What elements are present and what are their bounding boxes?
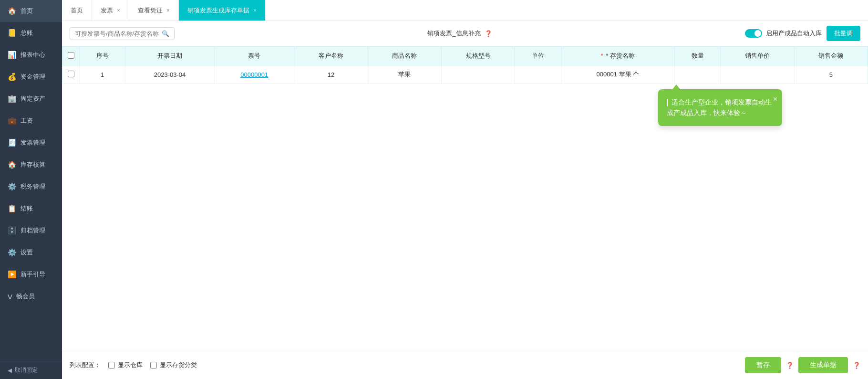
guide-icon: ▶️ — [8, 270, 17, 279]
show-warehouse-label[interactable]: 显示仓库 — [108, 361, 143, 369]
show-category-label[interactable]: 显示存货分类 — [150, 361, 197, 369]
sidebar-item-fixed-assets[interactable]: 🏢 固定资产 — [0, 88, 62, 110]
tab-home[interactable]: 首页 — [62, 0, 92, 21]
data-table: 序号 开票日期 票号 客户名称 商品名称 规格型号 单位 * * 存货名称 数量… — [62, 46, 868, 84]
td-spec — [442, 65, 515, 84]
sidebar-label-invoice-mgmt: 发票管理 — [21, 138, 45, 147]
inventory-icon: 🏠 — [8, 160, 17, 169]
sidebar-label-ledger: 总账 — [21, 29, 33, 37]
td-checkbox — [62, 65, 80, 84]
search-box[interactable]: 🔍 — [70, 27, 175, 40]
tab-stock-close[interactable]: × — [253, 7, 257, 14]
tab-home-label: 首页 — [71, 6, 83, 15]
reports-icon: 📊 — [8, 51, 17, 59]
th-inventory: * * 存货名称 — [561, 47, 674, 65]
row-checkbox[interactable] — [68, 71, 74, 77]
help-icon-generate[interactable]: ❓ — [853, 362, 860, 369]
td-unit-price[interactable] — [721, 65, 794, 84]
tab-voucher[interactable]: 查看凭证 × — [129, 0, 179, 21]
sidebar-label-home: 首页 — [21, 7, 33, 15]
sidebar-item-guide[interactable]: ▶️ 新手引导 — [0, 263, 62, 285]
th-date: 开票日期 — [125, 47, 215, 65]
td-customer: 12 — [294, 65, 368, 84]
generate-button[interactable]: 生成单据 — [798, 357, 848, 373]
td-date: 2023-03-04 — [125, 65, 215, 84]
main-area: 首页 发票 × 查看凭证 × 销项发票生成库存单据 × 🔍 销项发票_信息补充 … — [62, 0, 868, 379]
th-checkbox — [62, 47, 80, 65]
search-input[interactable] — [75, 30, 159, 37]
sidebar-item-salary[interactable]: 💼 工资 — [0, 110, 62, 132]
help-icon-center[interactable]: ❓ — [485, 30, 492, 37]
fixed-assets-icon: 🏢 — [8, 95, 17, 103]
show-warehouse-text: 显示仓库 — [118, 361, 143, 369]
sidebar-label-inventory: 库存核算 — [21, 160, 45, 169]
toggle-area: 启用产成品自动入库 — [745, 29, 822, 38]
sidebar-label-guide: 新手引导 — [21, 270, 45, 279]
toolbar-left: 🔍 — [70, 27, 175, 40]
sidebar-item-reports[interactable]: 📊 报表中心 — [0, 44, 62, 66]
tooltip-popup: × 适合生产型企业，销项发票自动生成产成品入库，快来体验～ — [658, 89, 782, 126]
footer-actions: 暂存 ❓ 生成单据 ❓ — [745, 357, 860, 373]
sidebar-item-member[interactable]: V 畅会员 — [0, 285, 62, 307]
tab-stock[interactable]: 销项发票生成库存单据 × — [179, 0, 266, 21]
sidebar-item-archive[interactable]: 🗄️ 归档管理 — [0, 220, 62, 242]
sidebar-label-fixed-assets: 固定资产 — [21, 95, 45, 103]
td-inventory[interactable]: 000001 苹果 个 — [561, 65, 674, 84]
toggle-label: 启用产成品自动入库 — [766, 29, 822, 38]
th-unit: 单位 — [515, 47, 561, 65]
table-header-row: 序号 开票日期 票号 客户名称 商品名称 规格型号 单位 * * 存货名称 数量… — [62, 47, 868, 65]
tab-invoice[interactable]: 发票 × — [92, 0, 129, 21]
auto-warehousing-toggle[interactable] — [745, 29, 762, 38]
th-spec: 规格型号 — [442, 47, 515, 65]
show-warehouse-checkbox[interactable] — [108, 362, 115, 368]
show-category-checkbox[interactable] — [150, 362, 157, 368]
search-icon: 🔍 — [162, 30, 169, 37]
tab-voucher-close[interactable]: × — [166, 7, 170, 14]
tab-invoice-label: 发票 — [101, 6, 113, 15]
sidebar-item-inventory[interactable]: 🏠 库存核算 — [0, 154, 62, 176]
member-icon: V — [8, 293, 12, 301]
sidebar-item-home[interactable]: 🏠 首页 — [0, 0, 62, 22]
info-label: 销项发票_信息补充 — [427, 29, 480, 38]
sidebar-item-invoice-mgmt[interactable]: 🧾 发票管理 — [0, 132, 62, 154]
td-quantity[interactable] — [675, 65, 721, 84]
sidebar-item-funds[interactable]: 💰 资金管理 — [0, 66, 62, 88]
invoice-mgmt-icon: 🧾 — [8, 138, 17, 147]
sidebar-bottom-unpin[interactable]: ◀ 取消固定 — [0, 361, 62, 379]
th-amount: 销售金额 — [794, 47, 868, 65]
content-area: 序号 开票日期 票号 客户名称 商品名称 规格型号 单位 * * 存货名称 数量… — [62, 46, 868, 351]
th-seq: 序号 — [80, 47, 125, 65]
th-quantity: 数量 — [675, 47, 721, 65]
settings-icon: ⚙️ — [8, 248, 17, 257]
tab-stock-label: 销项发票生成库存单据 — [187, 6, 249, 15]
tab-invoice-close[interactable]: × — [117, 7, 120, 14]
ledger-icon: 📒 — [8, 29, 17, 37]
select-all-checkbox[interactable] — [68, 52, 74, 59]
sidebar-item-ledger[interactable]: 📒 总账 — [0, 22, 62, 44]
th-invoice-no: 票号 — [214, 47, 294, 65]
sidebar-item-settlement[interactable]: 📋 结账 — [0, 198, 62, 220]
sidebar-item-settings[interactable]: ⚙️ 设置 — [0, 242, 62, 263]
settlement-icon: 📋 — [8, 204, 17, 213]
sidebar-label-salary: 工资 — [21, 116, 33, 125]
save-button[interactable]: 暂存 — [745, 357, 781, 373]
sidebar-item-tax[interactable]: ⚙️ 税务管理 — [0, 176, 62, 198]
sidebar-label-funds: 资金管理 — [21, 73, 45, 81]
sidebar-label-settlement: 结账 — [21, 204, 33, 213]
table-row: 1 2023-03-04 00000001 12 苹果 000001 苹果 个 … — [62, 65, 868, 84]
show-category-text: 显示存货分类 — [160, 361, 197, 369]
td-invoice-no[interactable]: 00000001 — [214, 65, 294, 84]
toolbar-center: 销项发票_信息补充 ❓ — [427, 29, 492, 38]
toolbar: 🔍 销项发票_信息补充 ❓ 启用产成品自动入库 批量调 — [62, 21, 868, 46]
unpin-icon: ◀ — [8, 367, 12, 374]
batch-button[interactable]: 批量调 — [827, 26, 860, 41]
th-customer: 客户名称 — [294, 47, 368, 65]
tax-icon: ⚙️ — [8, 182, 17, 191]
toolbar-right: 启用产成品自动入库 批量调 — [745, 26, 860, 41]
salary-icon: 💼 — [8, 116, 17, 125]
invoice-no-link[interactable]: 00000001 — [240, 71, 268, 78]
sidebar-bottom-label: 取消固定 — [15, 366, 38, 374]
footer: 列表配置： 显示仓库 显示存货分类 暂存 ❓ 生成单据 ❓ — [62, 351, 868, 379]
help-icon-save[interactable]: ❓ — [786, 362, 794, 369]
tooltip-close-button[interactable]: × — [773, 93, 777, 105]
